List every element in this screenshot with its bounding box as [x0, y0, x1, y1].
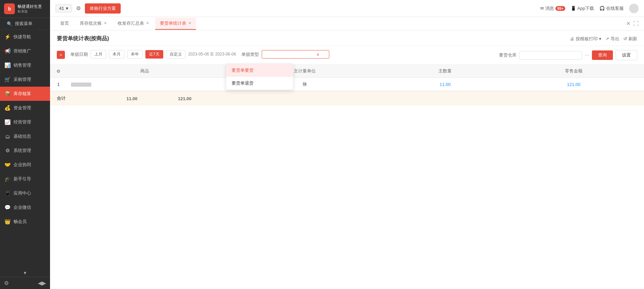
date-custom-btn[interactable]: 自定义: [166, 50, 186, 59]
col-header-0[interactable]: ⚙: [50, 65, 67, 78]
dropdown-item-要货单退货[interactable]: 要货单退货: [226, 77, 293, 90]
trial-button[interactable]: 体验行业方案: [85, 3, 121, 14]
date-this-month-btn[interactable]: 本月: [109, 50, 124, 59]
page-content: 要货单统计表(按商品) 🖨 按模板打印 ▾ ↗ 导出 ↺ 刷新: [50, 30, 644, 289]
col-header-4: 零售金额: [503, 65, 644, 78]
nav-label-basic: 基础信息: [14, 133, 31, 139]
mobile-icon: 📱: [571, 6, 576, 11]
table-row: 1 块 11.00 121.00: [50, 78, 644, 91]
sidebar-item-system[interactable]: ⚙ 系统管理: [0, 143, 50, 158]
nav-icon-member: 👑: [4, 218, 11, 225]
row-amount: 121.00: [503, 78, 644, 91]
type-select-arrow-icon: ∧: [316, 52, 319, 57]
print-button[interactable]: 🖨 按模板打印 ▾: [570, 36, 601, 42]
data-table: ⚙商品主计量单位主数量零售金额 1 块 11.00 121.00: [50, 65, 644, 91]
sidebar-nav: ⚡ 快捷导航 📢 营销推广 📊 销售管理 🛒 采购管理 📦 库存核算 💰 资金管…: [0, 30, 50, 269]
sidebar-item-inventory[interactable]: 📦 库存核算: [0, 87, 50, 101]
col-header-1: 商品: [67, 65, 222, 78]
sidebar-item-member[interactable]: 👑 畅会员: [0, 215, 50, 229]
sidebar-item-basic[interactable]: 🗂 基础信息: [0, 129, 50, 143]
dropdown-arrow-icon: ▾: [66, 6, 68, 11]
dropdown-item-要货单要货[interactable]: 要货单要货: [226, 64, 293, 77]
query-button[interactable]: 查询: [592, 50, 613, 60]
nav-label-operations: 经营管理: [14, 119, 31, 125]
nav-label-quick-nav: 快捷导航: [14, 34, 31, 40]
print-dropdown-icon: ▾: [599, 36, 601, 41]
tab-首页[interactable]: 首页: [55, 18, 74, 30]
tab-要货单统计表[interactable]: 要货单统计表✕: [155, 18, 196, 30]
nav-icon-operations: 📈: [4, 119, 11, 126]
sidebar-item-operations[interactable]: 📈 经营管理: [0, 115, 50, 129]
support-item[interactable]: 🎧 在线客服: [599, 5, 624, 12]
tab-close-icon[interactable]: ✕: [188, 21, 191, 25]
type-select-value: [265, 52, 269, 57]
export-icon: ↗: [605, 36, 609, 41]
sidebar-item-finance[interactable]: 💰 资金管理: [0, 101, 50, 115]
nav-icon-marketing: 📢: [4, 48, 11, 54]
nav-label-marketing: 营销推广: [14, 48, 31, 54]
sidebar-item-sales[interactable]: 📊 销售管理: [0, 58, 50, 72]
date-7days-btn[interactable]: 近7天: [145, 50, 163, 59]
filter-date-group: 单据日期 上月 本月 本年 近7天 自定义 2023-05-06 至 2023-…: [70, 50, 236, 59]
topbar-gear-icon[interactable]: ⚙: [76, 5, 81, 12]
nav-label-beginner: 新手引导: [14, 176, 31, 182]
tab-close-icon[interactable]: ✕: [146, 21, 149, 25]
nav-label-sales: 销售管理: [14, 62, 31, 68]
type-dropdown-menu: 要货单要货要货单退货: [226, 64, 293, 90]
message-icon: ✉: [540, 6, 544, 11]
store-selector[interactable]: 41 ▾: [55, 4, 72, 13]
avatar[interactable]: [629, 4, 639, 13]
tab-close-icon[interactable]: ✕: [104, 21, 107, 25]
tab-收发存汇总表[interactable]: 收发存汇总表✕: [113, 18, 154, 30]
row-product: [67, 78, 222, 91]
sidebar-item-wechat[interactable]: 💬 企业微信: [0, 200, 50, 215]
col-header-3: 主数量: [387, 65, 503, 78]
date-last-month-btn[interactable]: 上月: [91, 50, 106, 59]
search-icon: 🔍: [7, 21, 12, 26]
date-this-year-btn[interactable]: 本年: [127, 50, 143, 59]
sidebar-item-beginner[interactable]: 🎓 新手引导: [0, 172, 50, 186]
sidebar-item-marketing[interactable]: 📢 营销推广: [0, 44, 50, 58]
tab-close-all-icon[interactable]: ✕: [626, 20, 630, 27]
sidebar-bottom: ⚙ ◀▶: [0, 277, 50, 289]
sidebar-scroll-down[interactable]: ▼: [0, 269, 50, 277]
nav-label-app-center: 应用中心: [14, 190, 31, 196]
chevron-down-icon: ▼: [23, 270, 27, 275]
type-select[interactable]: ∧: [262, 50, 329, 59]
collapse-icon[interactable]: ◀▶: [38, 280, 46, 286]
app-download-item[interactable]: 📱 App下载: [571, 5, 594, 12]
filter-type-group: 单据类型 ∧: [241, 50, 329, 59]
more-options-icon[interactable]: ···: [585, 52, 589, 58]
printer-icon: 🖨: [570, 36, 574, 41]
page-title: 要货单统计表(按商品): [57, 35, 109, 42]
settings-button[interactable]: 设置: [616, 50, 637, 60]
row-quantity: 11.00: [387, 78, 503, 91]
filter-expand-button[interactable]: »: [57, 51, 65, 59]
nav-label-system: 系统管理: [14, 148, 31, 154]
topbar-left: 41 ▾ ⚙ 体验行业方案: [55, 3, 121, 14]
nav-icon-inventory: 📦: [4, 90, 11, 97]
sidebar-search[interactable]: 🔍 搜索菜单: [0, 18, 50, 30]
tabbar: 首页库存批次账✕收发存汇总表✕要货单统计表✕ ✕ ⛶: [50, 17, 644, 30]
sidebar: b 畅捷通好生意 标准版 🔍 搜索菜单 ⚡ 快捷导航 📢 营销推广 📊 销售管理…: [0, 0, 50, 289]
filter-warehouse-group: 要货仓库 ··· 查询 设置: [499, 50, 637, 60]
messages-item[interactable]: ✉ 消息 99+: [540, 5, 565, 12]
sidebar-logo: b 畅捷通好生意 标准版: [0, 0, 50, 18]
nav-label-wechat: 企业微信: [14, 204, 31, 210]
sidebar-item-purchase[interactable]: 🛒 采购管理: [0, 72, 50, 87]
refresh-button[interactable]: ↺ 刷新: [623, 36, 637, 42]
nav-label-cooperation: 企业协同: [14, 162, 31, 168]
row-index: 1: [50, 78, 67, 91]
nav-label-purchase: 采购管理: [14, 76, 31, 83]
tab-库存批次账[interactable]: 库存批次账✕: [75, 18, 112, 30]
export-button[interactable]: ↗ 导出: [605, 36, 619, 42]
page-actions: 🖨 按模板打印 ▾ ↗ 导出 ↺ 刷新: [570, 36, 637, 42]
topbar: 41 ▾ ⚙ 体验行业方案 ✉ 消息 99+ 📱 App下载 🎧 在线客服: [50, 0, 644, 17]
sidebar-item-app-center[interactable]: 📱 应用中心: [0, 186, 50, 200]
sidebar-item-cooperation[interactable]: 🤝 企业协同: [0, 158, 50, 172]
warehouse-input[interactable]: [519, 51, 582, 60]
refresh-icon: ↺: [623, 36, 627, 41]
settings-icon[interactable]: ⚙: [4, 280, 9, 286]
sidebar-item-quick-nav[interactable]: ⚡ 快捷导航: [0, 30, 50, 44]
tab-expand-icon[interactable]: ⛶: [633, 21, 639, 27]
